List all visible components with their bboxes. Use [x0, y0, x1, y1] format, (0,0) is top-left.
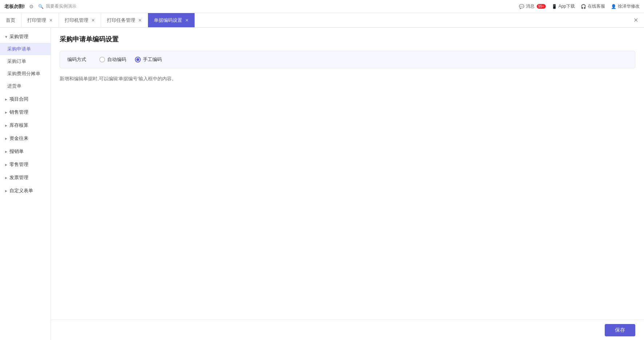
radio-manual-circle[interactable] [135, 57, 141, 62]
radio-auto-encoding[interactable]: 自动编码 [99, 56, 126, 63]
search-demo[interactable]: 🔍 我要看实例演示 [38, 3, 76, 9]
sidebar-group-sales-title[interactable]: ► 销售管理 [0, 106, 51, 118]
sidebar-group-invoice-title[interactable]: ► 发票管理 [0, 171, 51, 184]
radio-auto-label: 自动编码 [107, 56, 126, 63]
content-footer: 保存 [51, 320, 644, 340]
app-download-label: App下载 [559, 3, 575, 9]
tab-single-code[interactable]: 单据编码设置 ✕ [148, 13, 195, 27]
sidebar-group-purchase: ▼ 采购管理 采购申请单 采购订单 采购费用分摊单 进货单 [0, 31, 51, 92]
customer-service-label: 在线客服 [588, 3, 605, 9]
settings-icon[interactable]: ⚙ [29, 4, 34, 9]
sidebar-item-purchase-order[interactable]: 采购订单 [0, 55, 51, 68]
message-icon: 💬 [519, 4, 524, 9]
sidebar-group-invoice: ► 发票管理 [0, 171, 51, 184]
chevron-down-icon: ▼ [4, 35, 8, 39]
tab-bar-close-all[interactable]: ✕ [628, 13, 644, 27]
sidebar-group-fund-title[interactable]: ► 资金往来 [0, 132, 51, 145]
save-button[interactable]: 保存 [605, 324, 635, 336]
radio-manual-label: 手工编码 [143, 56, 162, 63]
radio-auto-circle[interactable] [99, 57, 105, 62]
brand-label: 老板勿割! [4, 3, 25, 10]
page-title: 采购申请单编码设置 [60, 35, 635, 44]
tab-print-task[interactable]: 打印任务管理 ✕ [101, 13, 148, 27]
sidebar-item-purchase-order-label: 采购订单 [7, 58, 26, 64]
sidebar-group-sales-label: 销售管理 [9, 109, 28, 116]
avatar-icon: 👤 [611, 4, 616, 9]
app-icon: 📱 [552, 4, 557, 9]
sidebar-item-purchase-expense-label: 采购费用分摊单 [7, 71, 40, 76]
sidebar-group-invoice-label: 发票管理 [9, 174, 28, 181]
chevron-right-icon-sales: ► [4, 110, 8, 114]
chevron-right-icon-returns: ► [4, 150, 8, 154]
tab-print-mgmt-close[interactable]: ✕ [49, 18, 53, 23]
sidebar-group-inventory: ► 库存核算 [0, 119, 51, 131]
sidebar-group-inventory-label: 库存核算 [9, 122, 28, 129]
tab-print-mgmt[interactable]: 打印管理 ✕ [21, 13, 59, 27]
tab-printer-mgmt-close[interactable]: ✕ [91, 18, 95, 23]
headset-icon: 🎧 [581, 4, 586, 9]
sidebar-group-returns-title[interactable]: ► 报销单 [0, 145, 51, 158]
tab-print-task-close[interactable]: ✕ [138, 18, 142, 23]
sidebar-group-returns-label: 报销单 [9, 148, 24, 155]
tab-bar: 首页 打印管理 ✕ 打印机管理 ✕ 打印任务管理 ✕ 单据编码设置 ✕ ✕ [0, 13, 644, 28]
customer-service-button[interactable]: 🎧 在线客服 [581, 3, 605, 9]
chevron-right-icon-project: ► [4, 97, 8, 101]
sidebar-group-purchase-title[interactable]: ▼ 采购管理 [0, 31, 51, 43]
sidebar-group-fund-label: 资金往来 [9, 135, 28, 142]
sidebar-group-custom-label: 自定义表单 [9, 187, 33, 194]
top-bar: 老板勿割! ⚙ 🔍 我要看实例演示 💬 消息 99+ 📱 App下载 🎧 在线客… [0, 0, 644, 13]
sidebar: ▼ 采购管理 采购申请单 采购订单 采购费用分摊单 进货单 ► 项目合同 [0, 28, 51, 340]
encoding-label: 编码方式 [67, 56, 86, 63]
sidebar-group-purchase-label: 采购管理 [9, 33, 28, 40]
sidebar-group-retail: ► 零售管理 [0, 158, 51, 171]
tab-print-task-label: 打印任务管理 [107, 17, 135, 24]
encoding-section: 编码方式 自动编码 手工编码 [60, 51, 635, 68]
sidebar-item-purchase-expense[interactable]: 采购费用分摊单 [0, 68, 51, 80]
message-label: 消息 [526, 3, 535, 9]
top-bar-left: 老板勿割! ⚙ 🔍 我要看实例演示 [4, 3, 76, 10]
search-icon: 🔍 [38, 4, 44, 9]
chevron-right-icon-retail: ► [4, 163, 8, 167]
sidebar-group-fund: ► 资金往来 [0, 132, 51, 145]
sidebar-group-retail-label: 零售管理 [9, 161, 28, 168]
radio-manual-encoding[interactable]: 手工编码 [135, 56, 162, 63]
sidebar-group-project-label: 项目合同 [9, 96, 28, 102]
main-layout: ▼ 采购管理 采购申请单 采购订单 采购费用分摊单 进货单 ► 项目合同 [0, 28, 644, 340]
tab-home-label: 首页 [6, 17, 15, 24]
content-main: 采购申请单编码设置 编码方式 自动编码 手工编码 新增和编辑单据时,可以编辑'单… [51, 28, 644, 320]
user-name: 徐泽华修改 [618, 3, 640, 9]
sidebar-group-inventory-title[interactable]: ► 库存核算 [0, 119, 51, 131]
sidebar-item-purchase-requisition[interactable]: 采购申请单 [0, 43, 51, 55]
tab-single-code-label: 单据编码设置 [154, 17, 182, 24]
hint-text: 新增和编辑单据时,可以编辑'单据编号'输入框中的内容。 [60, 76, 635, 82]
message-badge: 99+ [537, 4, 546, 9]
sidebar-item-goods-receipt-label: 进货单 [7, 83, 21, 89]
sidebar-group-custom: ► 自定义表单 [0, 185, 51, 197]
message-button[interactable]: 💬 消息 99+ [519, 3, 546, 9]
sidebar-group-returns: ► 报销单 [0, 145, 51, 158]
top-bar-right: 💬 消息 99+ 📱 App下载 🎧 在线客服 👤 徐泽华修改 [519, 3, 640, 9]
chevron-right-icon-invoice: ► [4, 176, 8, 180]
tab-single-code-close[interactable]: ✕ [185, 18, 189, 23]
user-avatar[interactable]: 👤 徐泽华修改 [611, 3, 640, 9]
content-area: 采购申请单编码设置 编码方式 自动编码 手工编码 新增和编辑单据时,可以编辑'单… [51, 28, 644, 340]
sidebar-group-retail-title[interactable]: ► 零售管理 [0, 158, 51, 171]
tab-home[interactable]: 首页 [0, 13, 21, 27]
sidebar-group-project: ► 项目合同 [0, 93, 51, 105]
tab-printer-mgmt[interactable]: 打印机管理 ✕ [59, 13, 101, 27]
chevron-right-icon-inventory: ► [4, 124, 8, 128]
sidebar-group-sales: ► 销售管理 [0, 106, 51, 118]
tab-printer-mgmt-label: 打印机管理 [65, 17, 88, 24]
sidebar-group-project-title[interactable]: ► 项目合同 [0, 93, 51, 105]
chevron-right-icon-fund: ► [4, 137, 8, 141]
chevron-right-icon-custom: ► [4, 189, 8, 193]
app-download-button[interactable]: 📱 App下载 [552, 3, 575, 9]
search-text: 我要看实例演示 [46, 3, 76, 9]
sidebar-item-goods-receipt[interactable]: 进货单 [0, 80, 51, 92]
tab-print-mgmt-label: 打印管理 [27, 17, 46, 24]
sidebar-group-custom-title[interactable]: ► 自定义表单 [0, 185, 51, 197]
sidebar-item-purchase-requisition-label: 采购申请单 [7, 46, 31, 52]
